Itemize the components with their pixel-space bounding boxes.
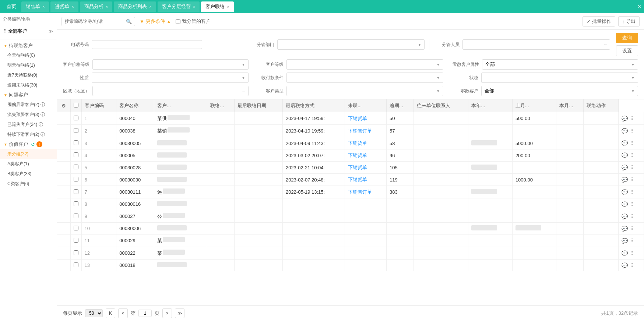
cell-checkbox[interactable] (70, 198, 81, 210)
select-status[interactable]: ▼ (481, 73, 638, 83)
more-icon[interactable]: ⠿ (630, 128, 634, 134)
select-cust-type[interactable]: ▼ (286, 86, 443, 96)
reset-button[interactable]: 设置 (616, 45, 638, 56)
row-checkbox[interactable] (74, 226, 78, 230)
row-checkbox[interactable] (74, 238, 78, 243)
row-checkbox[interactable] (74, 152, 78, 157)
sidebar-item-today[interactable]: 今天待联络(0) (0, 50, 57, 60)
contact-icon[interactable]: 💬 (622, 140, 628, 146)
row-checkbox[interactable] (74, 140, 78, 145)
row-checkbox[interactable] (74, 128, 78, 133)
select-cust-level[interactable]: ▼ (286, 59, 443, 70)
group-value-customer[interactable]: ▼ 价值客户 ↺ ! (0, 140, 57, 149)
sidebar-item-c-class[interactable]: C类客户(6) (0, 179, 57, 189)
close-tab-product-analysis-list[interactable]: × (149, 4, 151, 9)
more-icon[interactable]: ⠿ (630, 177, 634, 183)
row-checkbox[interactable] (74, 201, 78, 206)
contact-icon[interactable]: 💬 (622, 250, 628, 256)
all-customers-title[interactable]: ⠿ 全部客户 ≫ (0, 25, 57, 38)
cell-checkbox[interactable] (70, 174, 81, 186)
sidebar-item-tomorrow[interactable]: 明天待联络(1) (0, 60, 57, 70)
my-customers-check[interactable] (176, 19, 180, 24)
more-icon[interactable]: ⠿ (630, 262, 634, 268)
more-icon[interactable]: ⠿ (630, 238, 634, 244)
select-dept[interactable]: ▼ (277, 39, 425, 50)
contact-icon[interactable]: 💬 (622, 152, 628, 158)
refresh-icon[interactable]: ↺ (31, 142, 35, 147)
my-customers-checkbox[interactable]: 我分管的客户 (176, 18, 211, 25)
row-checkbox[interactable] (74, 250, 78, 255)
batch-op-button[interactable]: ✓ 批量操作 (583, 16, 615, 27)
page-size-select[interactable]: 50 (85, 309, 103, 317)
tab-customer-segment[interactable]: 客户分层经营 × (158, 1, 200, 12)
select-all-checkbox[interactable] (74, 103, 78, 107)
last-page-btn[interactable]: ≫ (175, 308, 184, 318)
col-settings[interactable]: ⚙ (57, 99, 70, 112)
contact-icon[interactable]: 💬 (622, 177, 628, 183)
select-person[interactable]: ··· (462, 39, 610, 50)
contact-icon[interactable]: 💬 (622, 165, 628, 170)
tab-purchase[interactable]: 进货单 × (50, 1, 78, 12)
group-pending-contact[interactable]: ▼ 待联络客户 (0, 41, 57, 50)
cell-checkbox[interactable] (70, 149, 81, 162)
contact-icon[interactable]: 💬 (622, 238, 628, 244)
next-page-btn[interactable]: > (162, 308, 172, 318)
row-checkbox[interactable] (74, 262, 78, 267)
close-tab-product-analysis[interactable]: × (106, 4, 108, 9)
settings-icon[interactable]: ⚙ (61, 103, 66, 109)
group-problem-customer[interactable]: ▼ 问题客户 (0, 90, 57, 100)
sidebar-item-a-class[interactable]: A类客户(1) (0, 159, 57, 169)
more-icon[interactable]: ⠿ (630, 189, 634, 195)
more-conditions-btn[interactable]: ▼ 更多条件 ▲ (140, 18, 171, 25)
cell-checkbox[interactable] (70, 260, 81, 271)
page-input[interactable] (138, 310, 152, 317)
close-all-icon[interactable]: × (638, 3, 641, 10)
more-icon[interactable]: ⠿ (630, 140, 634, 146)
contact-icon[interactable]: 💬 (622, 116, 628, 121)
tab-customer-contact[interactable]: 客户联络 × (201, 1, 233, 12)
last-method-link[interactable]: 下销售订单 (348, 189, 372, 195)
export-button[interactable]: ↑ 导出 (618, 16, 640, 27)
contact-icon[interactable]: 💬 (622, 226, 628, 232)
last-method-link[interactable]: 下销货单 (348, 152, 367, 158)
more-icon[interactable]: ⠿ (630, 152, 634, 158)
contact-icon[interactable]: 💬 (622, 128, 628, 134)
sidebar-item-overdue[interactable]: 逾期未联络(30) (0, 80, 57, 90)
contact-icon[interactable]: 💬 (622, 262, 628, 268)
main-search-input[interactable] (65, 19, 124, 24)
row-checkbox[interactable] (74, 189, 78, 194)
row-checkbox[interactable] (74, 116, 78, 120)
last-method-link[interactable]: 下销货单 (348, 116, 367, 121)
select-payment[interactable]: ▼ (286, 73, 443, 83)
row-checkbox[interactable] (74, 214, 78, 218)
last-method-link[interactable]: 下销售订单 (348, 128, 372, 134)
row-checkbox[interactable] (74, 177, 78, 181)
col-checkbox[interactable] (70, 99, 81, 112)
close-tab-purchase[interactable]: × (71, 4, 74, 9)
contact-icon[interactable]: 💬 (622, 201, 628, 207)
cell-checkbox[interactable] (70, 137, 81, 149)
cell-checkbox[interactable] (70, 186, 81, 198)
select-scatter-cust[interactable]: 全部 ▼ (481, 86, 638, 96)
select-nature[interactable]: ▼ (92, 73, 249, 83)
first-page-btn[interactable]: K (106, 308, 115, 318)
more-icon[interactable]: ⠿ (630, 250, 634, 256)
tab-product-analysis-list[interactable]: 商品分析列表 × (114, 1, 156, 12)
more-icon[interactable]: ⠿ (630, 201, 634, 207)
last-method-link[interactable]: 下销货单 (348, 140, 367, 146)
close-tab-customer-segment[interactable]: × (193, 4, 195, 9)
sidebar-item-7days[interactable]: 近7天待联络(0) (0, 70, 57, 80)
select-price-level[interactable]: ▼ (92, 59, 249, 70)
select-region[interactable]: ··· (92, 86, 249, 96)
sidebar-item-churn-warning[interactable]: 流失预警客户(3) ⓘ (0, 110, 57, 120)
query-button[interactable]: 查询 (616, 33, 638, 43)
cell-checkbox[interactable] (70, 162, 81, 174)
contact-icon[interactable]: 💬 (622, 214, 628, 219)
more-icon[interactable]: ⠿ (630, 214, 634, 219)
contact-icon[interactable]: 💬 (622, 189, 628, 195)
last-method-link[interactable]: 下销货单 (348, 165, 367, 170)
cell-checkbox[interactable] (70, 234, 81, 247)
tab-product-analysis[interactable]: 商品分析 × (80, 1, 112, 12)
sidebar-item-declining[interactable]: 持续下滑客户(2) ⓘ (0, 130, 57, 140)
cell-checkbox[interactable] (70, 125, 81, 137)
